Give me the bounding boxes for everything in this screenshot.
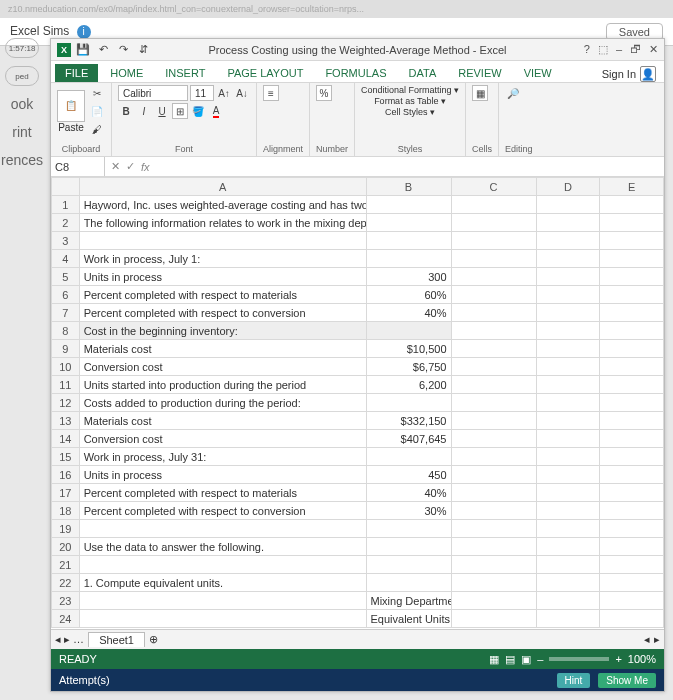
cell[interactable]	[600, 376, 664, 394]
save-icon[interactable]: 💾	[75, 42, 91, 58]
border-icon[interactable]: ⊞	[172, 103, 188, 119]
row-header[interactable]: 16	[52, 466, 80, 484]
cell[interactable]	[600, 340, 664, 358]
cell[interactable]: 40%	[366, 484, 451, 502]
cell[interactable]: Use the data to answer the following.	[79, 538, 366, 556]
name-box[interactable]: C8	[51, 157, 105, 176]
column-header-c[interactable]: C	[451, 178, 536, 196]
cell[interactable]	[600, 196, 664, 214]
cell[interactable]	[536, 538, 600, 556]
cell[interactable]	[600, 538, 664, 556]
cell[interactable]: 60%	[366, 286, 451, 304]
cell[interactable]	[451, 466, 536, 484]
cell[interactable]: Units in process	[79, 268, 366, 286]
cell[interactable]: 30%	[366, 502, 451, 520]
conditional-formatting-button[interactable]: Conditional Formatting ▾	[361, 85, 459, 95]
cell[interactable]	[451, 196, 536, 214]
cell[interactable]: Units started into production during the…	[79, 376, 366, 394]
cell[interactable]	[536, 448, 600, 466]
cell[interactable]	[600, 556, 664, 574]
cell[interactable]: Work in process, July 31:	[79, 448, 366, 466]
cell[interactable]: Percent completed with respect to conver…	[79, 502, 366, 520]
cell[interactable]	[600, 412, 664, 430]
cell[interactable]	[79, 610, 366, 628]
cell[interactable]: Cost in the beginning inventory:	[79, 322, 366, 340]
zoom-slider[interactable]	[549, 657, 609, 661]
cell[interactable]	[600, 430, 664, 448]
cell[interactable]: Percent completed with respect to materi…	[79, 286, 366, 304]
cell[interactable]	[366, 250, 451, 268]
cell[interactable]	[79, 556, 366, 574]
cell[interactable]	[79, 520, 366, 538]
copy-icon[interactable]: 📄	[89, 103, 105, 119]
cell[interactable]: Percent completed with respect to conver…	[79, 304, 366, 322]
cell[interactable]: $10,500	[366, 340, 451, 358]
cell[interactable]	[451, 250, 536, 268]
close-icon[interactable]: ✕	[649, 43, 658, 56]
cell[interactable]	[451, 502, 536, 520]
row-header[interactable]: 8	[52, 322, 80, 340]
cell[interactable]: $332,150	[366, 412, 451, 430]
row-header[interactable]: 23	[52, 592, 80, 610]
row-header[interactable]: 22	[52, 574, 80, 592]
select-all-corner[interactable]	[52, 178, 80, 196]
cell[interactable]	[600, 250, 664, 268]
cell[interactable]	[451, 592, 536, 610]
font-name-select[interactable]: Calibri	[118, 85, 188, 101]
cell[interactable]	[536, 304, 600, 322]
cell[interactable]	[451, 538, 536, 556]
view-break-icon[interactable]: ▣	[521, 653, 531, 666]
cell[interactable]	[366, 322, 451, 340]
sidebar-item[interactable]: ped	[5, 66, 39, 86]
cell[interactable]	[600, 304, 664, 322]
cell[interactable]	[366, 232, 451, 250]
row-header[interactable]: 5	[52, 268, 80, 286]
cell[interactable]	[366, 574, 451, 592]
formula-bar-input[interactable]	[156, 161, 658, 173]
increase-font-icon[interactable]: A↑	[216, 85, 232, 101]
column-header-b[interactable]: B	[366, 178, 451, 196]
cell[interactable]	[536, 268, 600, 286]
cell[interactable]: $407,645	[366, 430, 451, 448]
row-header[interactable]: 6	[52, 286, 80, 304]
cell[interactable]	[536, 196, 600, 214]
cell[interactable]	[536, 430, 600, 448]
row-header[interactable]: 13	[52, 412, 80, 430]
cell[interactable]	[600, 574, 664, 592]
editing-icon[interactable]: 🔎	[505, 85, 521, 101]
cell[interactable]: Materials cost	[79, 412, 366, 430]
row-header[interactable]: 17	[52, 484, 80, 502]
cut-icon[interactable]: ✂	[89, 85, 105, 101]
references-icon[interactable]: rences	[11, 150, 33, 170]
cell[interactable]: 1. Compute equivalent units.	[79, 574, 366, 592]
tab-page-layout[interactable]: PAGE LAYOUT	[217, 64, 313, 82]
cell[interactable]: Units in process	[79, 466, 366, 484]
row-header[interactable]: 12	[52, 394, 80, 412]
cancel-formula-icon[interactable]: ✕	[111, 160, 120, 173]
view-page-icon[interactable]: ▤	[505, 653, 515, 666]
info-icon[interactable]: i	[77, 25, 91, 39]
cell[interactable]	[536, 214, 600, 232]
cell[interactable]	[451, 304, 536, 322]
cell[interactable]	[600, 448, 664, 466]
cell[interactable]	[366, 214, 451, 232]
cell[interactable]	[536, 556, 600, 574]
cell[interactable]	[451, 322, 536, 340]
cell[interactable]	[451, 376, 536, 394]
row-header[interactable]: 11	[52, 376, 80, 394]
help-icon[interactable]: ?	[584, 43, 590, 56]
cell[interactable]	[600, 502, 664, 520]
tab-home[interactable]: HOME	[100, 64, 153, 82]
maximize-icon[interactable]: 🗗	[630, 43, 641, 56]
cell[interactable]: Equivalent Units of Production	[366, 610, 451, 628]
scroll-left-icon[interactable]: ◂	[644, 633, 650, 646]
row-header[interactable]: 4	[52, 250, 80, 268]
cell[interactable]	[451, 484, 536, 502]
row-header[interactable]: 15	[52, 448, 80, 466]
sign-in-button[interactable]: Sign In 👤	[602, 66, 656, 82]
cell[interactable]	[536, 412, 600, 430]
cell[interactable]	[366, 394, 451, 412]
tab-formulas[interactable]: FORMULAS	[315, 64, 396, 82]
cell[interactable]	[536, 340, 600, 358]
row-header[interactable]: 10	[52, 358, 80, 376]
